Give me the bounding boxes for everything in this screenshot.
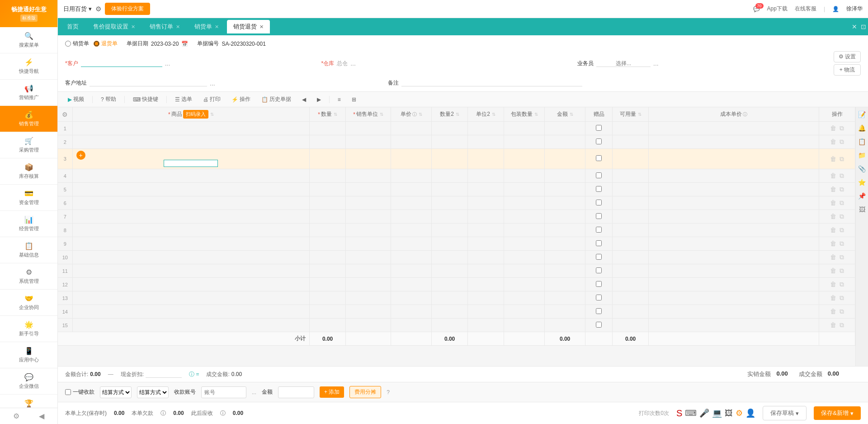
quantity-input[interactable] (313, 173, 342, 179)
unit2-input[interactable] (472, 295, 500, 301)
add-row-btn[interactable]: + (76, 151, 85, 160)
qty2-input[interactable] (435, 156, 464, 162)
pack-qty-cell[interactable] (504, 196, 545, 210)
unit2-cell[interactable] (468, 278, 504, 291)
gift-checkbox[interactable] (596, 213, 602, 219)
unit-price-cell[interactable] (391, 237, 432, 251)
amount-input[interactable] (548, 186, 581, 193)
sale-unit-cell[interactable] (346, 149, 391, 169)
qty2-cell[interactable] (432, 169, 468, 183)
product-input[interactable] (76, 214, 306, 220)
sale-unit-input[interactable] (349, 139, 387, 145)
amount-cell[interactable] (545, 237, 585, 251)
pack-qty-cell[interactable] (504, 135, 545, 149)
quantity-input[interactable] (313, 309, 342, 315)
product-cell[interactable] (72, 305, 310, 319)
settlement-select[interactable]: 结算方式 (100, 386, 132, 398)
copy-row-icon[interactable]: ⧉ (840, 240, 844, 247)
unit2-cell[interactable] (468, 224, 504, 237)
save-draft-button[interactable]: 保存草稿 ▾ (763, 406, 807, 420)
quantity-cell[interactable] (310, 319, 346, 332)
note-input[interactable] (401, 80, 582, 86)
address-input[interactable] (90, 80, 207, 86)
qty2-cell[interactable] (432, 196, 468, 210)
tab-1[interactable]: 售价提取设置✕ (87, 20, 142, 33)
sale-unit-cell[interactable] (346, 305, 391, 319)
unit-price-cell[interactable] (391, 135, 432, 149)
delete-row-icon[interactable]: 🗑 (830, 281, 836, 288)
gift-checkbox[interactable] (596, 186, 602, 192)
delete-row-icon[interactable]: 🗑 (830, 186, 836, 193)
calc-select[interactable]: 结算方式 (137, 386, 169, 398)
calendar-icon[interactable]: 📅 (181, 41, 188, 47)
amount-input[interactable] (548, 214, 581, 220)
unit-price-input[interactable] (395, 214, 428, 220)
amount-cell[interactable] (545, 319, 585, 332)
unit2-input[interactable] (472, 309, 500, 315)
unit-price-cell[interactable] (391, 305, 432, 319)
sale-unit-cell[interactable] (346, 264, 391, 278)
product-input[interactable] (76, 309, 306, 315)
sidebar-item-基础信息[interactable]: 📋基础信息 (0, 237, 57, 263)
unit2-cell[interactable] (468, 169, 504, 183)
person-icon[interactable]: 👤 (745, 408, 755, 418)
tab-0[interactable]: 首页 (61, 20, 85, 33)
sale-unit-cell[interactable] (346, 196, 391, 210)
gift-cell[interactable] (585, 196, 613, 210)
quantity-input[interactable] (313, 227, 342, 233)
quantity-cell[interactable] (310, 183, 346, 196)
quantity-input[interactable] (313, 214, 342, 220)
unit2-input[interactable] (472, 214, 500, 220)
next-btn[interactable]: ▶ (314, 95, 324, 104)
view-list-btn[interactable]: ≡ (335, 95, 344, 104)
copy-row-icon[interactable]: ⧉ (840, 124, 844, 132)
gift-checkbox[interactable] (596, 267, 602, 273)
pack-qty-input[interactable] (508, 309, 541, 315)
right-panel-icon-7[interactable]: 🖼 (857, 204, 867, 215)
unit-price-cell[interactable] (391, 251, 432, 264)
quantity-input[interactable] (313, 322, 342, 329)
product-cell[interactable] (72, 169, 310, 183)
video-btn[interactable]: ▶ 视频 (65, 95, 87, 104)
unit-sort-icon[interactable]: ⇅ (380, 112, 383, 117)
copy-row-icon[interactable]: ⧉ (840, 294, 844, 301)
qty2-cell[interactable] (432, 264, 468, 278)
experience-button[interactable]: 体验行业方案 (105, 3, 150, 15)
maximize-btn[interactable]: ⊡ (861, 23, 866, 30)
delete-row-icon[interactable]: 🗑 (830, 124, 836, 132)
quantity-input[interactable] (313, 295, 342, 301)
qty2-input[interactable] (435, 227, 464, 233)
quantity-cell[interactable] (310, 251, 346, 264)
quantity-cell[interactable] (310, 169, 346, 183)
delete-row-icon[interactable]: 🗑 (830, 226, 836, 233)
sidebar-item-营销推广[interactable]: 📢营销推广 (0, 80, 57, 106)
sale-unit-input[interactable] (349, 125, 387, 132)
unit-price-input[interactable] (395, 268, 428, 274)
sale-unit-cell[interactable] (346, 278, 391, 291)
unit-price-cell[interactable] (391, 278, 432, 291)
qty2-cell[interactable] (432, 122, 468, 135)
pack-qty-input[interactable] (508, 281, 541, 288)
unit2-sort-icon[interactable]: ⇅ (492, 112, 495, 117)
sale-unit-cell[interactable] (346, 224, 391, 237)
unit2-input[interactable] (472, 322, 500, 329)
gift-checkbox[interactable] (596, 125, 602, 131)
sale-unit-cell[interactable] (346, 291, 391, 305)
amount-cell[interactable] (545, 183, 585, 196)
shortcut-btn[interactable]: ⌨ 快捷键 (130, 95, 161, 104)
unit2-cell[interactable] (468, 183, 504, 196)
view-grid-btn[interactable]: ⊞ (349, 95, 359, 104)
delete-row-icon[interactable]: 🗑 (830, 213, 836, 220)
radio-sale[interactable]: 销货单 (65, 40, 89, 48)
product-input[interactable] (76, 254, 306, 261)
radio-return[interactable]: 退货单 (94, 40, 118, 48)
amount-input[interactable] (548, 309, 581, 315)
amount-input[interactable] (548, 125, 581, 132)
operation-btn[interactable]: ⚡ 操作 (229, 95, 253, 104)
amount-input[interactable] (548, 241, 581, 247)
pack-qty-input[interactable] (508, 139, 541, 145)
product-cell[interactable] (72, 135, 310, 149)
delete-row-icon[interactable]: 🗑 (830, 172, 836, 179)
sale-unit-cell[interactable] (346, 319, 391, 332)
qty2-input[interactable] (435, 186, 464, 193)
